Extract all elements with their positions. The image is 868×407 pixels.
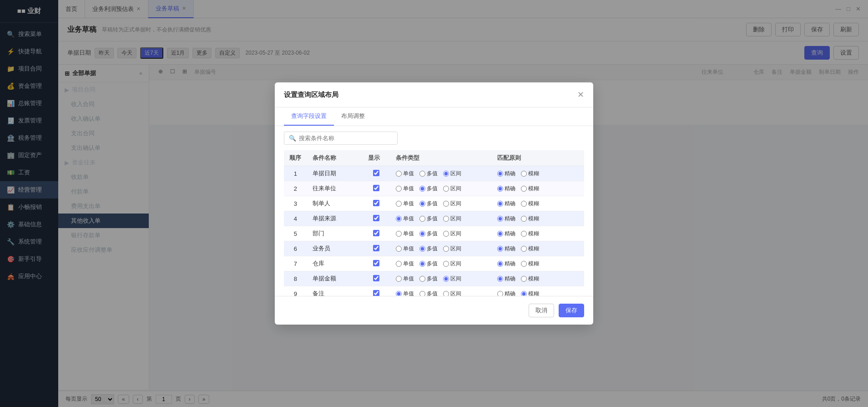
- type-radio-区间[interactable]: 区间: [443, 245, 461, 253]
- type-radio-多值[interactable]: 多值: [419, 260, 438, 268]
- match-radio-精确[interactable]: 精确: [497, 170, 515, 178]
- cell-show: [363, 271, 390, 286]
- type-radio-区间[interactable]: 区间: [443, 215, 461, 223]
- type-radio-区间[interactable]: 区间: [443, 185, 461, 193]
- modal-search: 🔍: [275, 126, 593, 150]
- type-radio-单值[interactable]: 单值: [396, 230, 414, 238]
- match-radio-group: 精确模糊: [497, 260, 579, 268]
- table-row: 1单据日期单值多值区间精确模糊: [284, 166, 584, 181]
- type-radio-多值[interactable]: 多值: [419, 170, 438, 178]
- show-checkbox-8[interactable]: [373, 275, 379, 281]
- match-radio-精确[interactable]: 精确: [497, 245, 515, 253]
- table-scroll[interactable]: 顺序 条件名称 显示 条件类型 匹配原则 1单据日期单值多值区间精确模糊2往来单…: [284, 150, 584, 296]
- cell-name: 部门: [307, 226, 363, 241]
- type-radio-单值[interactable]: 单值: [396, 185, 414, 193]
- match-radio-模糊[interactable]: 模糊: [521, 230, 539, 238]
- type-radio-单值[interactable]: 单值: [396, 170, 414, 178]
- match-radio-精确[interactable]: 精确: [497, 215, 515, 223]
- cell-match: 精确模糊: [492, 226, 584, 241]
- match-radio-精确[interactable]: 精确: [497, 290, 515, 296]
- type-radio-单值[interactable]: 单值: [396, 215, 414, 223]
- cell-type: 单值多值区间: [390, 226, 492, 241]
- match-radio-精确[interactable]: 精确: [497, 200, 515, 208]
- th-show: 显示: [363, 150, 390, 166]
- modal-title: 设置查询区域布局: [284, 91, 338, 99]
- table-head: 顺序 条件名称 显示 条件类型 匹配原则: [284, 150, 584, 166]
- modal-tab-field-settings[interactable]: 查询字段设置: [284, 107, 334, 126]
- type-radio-区间[interactable]: 区间: [443, 170, 461, 178]
- table-header-row: 顺序 条件名称 显示 条件类型 匹配原则: [284, 150, 584, 166]
- cell-show: [363, 181, 390, 196]
- match-radio-模糊[interactable]: 模糊: [521, 245, 539, 253]
- match-radio-group: 精确模糊: [497, 170, 579, 178]
- type-radio-group: 单值多值区间: [396, 245, 486, 253]
- cell-match: 精确模糊: [492, 181, 584, 196]
- match-radio-模糊[interactable]: 模糊: [521, 215, 539, 223]
- cell-show: [363, 166, 390, 181]
- type-radio-区间[interactable]: 区间: [443, 290, 461, 296]
- show-checkbox-4[interactable]: [373, 215, 379, 221]
- cell-type: 单值多值区间: [390, 166, 492, 181]
- cell-match: 精确模糊: [492, 196, 584, 211]
- cell-name: 备注: [307, 286, 363, 296]
- modal-tab-layout-adjust[interactable]: 布局调整: [334, 107, 372, 126]
- cell-name: 业务员: [307, 241, 363, 256]
- cell-type: 单值多值区间: [390, 286, 492, 296]
- type-radio-多值[interactable]: 多值: [419, 200, 438, 208]
- type-radio-多值[interactable]: 多值: [419, 215, 438, 223]
- cell-match: 精确模糊: [492, 241, 584, 256]
- match-radio-精确[interactable]: 精确: [497, 275, 515, 283]
- type-radio-多值[interactable]: 多值: [419, 290, 438, 296]
- type-radio-group: 单值多值区间: [396, 200, 486, 208]
- match-radio-模糊[interactable]: 模糊: [521, 290, 539, 296]
- type-radio-单值[interactable]: 单值: [396, 275, 414, 283]
- th-seq: 顺序: [284, 150, 307, 166]
- match-radio-模糊[interactable]: 模糊: [521, 185, 539, 193]
- match-radio-模糊[interactable]: 模糊: [521, 200, 539, 208]
- match-radio-精确[interactable]: 精确: [497, 230, 515, 238]
- th-name: 条件名称: [307, 150, 363, 166]
- show-checkbox-3[interactable]: [373, 200, 379, 206]
- search-input[interactable]: [299, 135, 393, 142]
- cell-type: 单值多值区间: [390, 181, 492, 196]
- show-checkbox-6[interactable]: [373, 245, 379, 251]
- cell-name: 单据日期: [307, 166, 363, 181]
- match-radio-精确[interactable]: 精确: [497, 260, 515, 268]
- type-radio-区间[interactable]: 区间: [443, 200, 461, 208]
- type-radio-单值[interactable]: 单值: [396, 245, 414, 253]
- cell-match: 精确模糊: [492, 166, 584, 181]
- type-radio-区间[interactable]: 区间: [443, 275, 461, 283]
- match-radio-group: 精确模糊: [497, 290, 579, 296]
- cell-match: 精确模糊: [492, 271, 584, 286]
- match-radio-模糊[interactable]: 模糊: [521, 260, 539, 268]
- show-checkbox-2[interactable]: [373, 185, 379, 191]
- modal-dialog: 设置查询区域布局 ✕ 查询字段设置 布局调整 🔍: [275, 82, 593, 325]
- match-radio-精确[interactable]: 精确: [497, 185, 515, 193]
- type-radio-多值[interactable]: 多值: [419, 245, 438, 253]
- show-checkbox-5[interactable]: [373, 230, 379, 236]
- cell-name: 单据来源: [307, 211, 363, 226]
- modal-header: 设置查询区域布局 ✕: [275, 82, 593, 107]
- cell-seq: 3: [284, 196, 307, 211]
- show-checkbox-9[interactable]: [373, 290, 379, 296]
- match-radio-模糊[interactable]: 模糊: [521, 275, 539, 283]
- type-radio-多值[interactable]: 多值: [419, 230, 438, 238]
- type-radio-区间[interactable]: 区间: [443, 230, 461, 238]
- show-checkbox-7[interactable]: [373, 260, 379, 266]
- cancel-button[interactable]: 取消: [529, 304, 554, 317]
- type-radio-多值[interactable]: 多值: [419, 185, 438, 193]
- type-radio-多值[interactable]: 多值: [419, 275, 438, 283]
- show-checkbox-1[interactable]: [373, 170, 379, 176]
- cell-seq: 8: [284, 271, 307, 286]
- type-radio-单值[interactable]: 单值: [396, 260, 414, 268]
- match-radio-模糊[interactable]: 模糊: [521, 170, 539, 178]
- modal-save-button[interactable]: 保存: [559, 304, 584, 317]
- type-radio-单值[interactable]: 单值: [396, 200, 414, 208]
- cell-seq: 6: [284, 241, 307, 256]
- modal-close-button[interactable]: ✕: [577, 90, 584, 100]
- modal-overlay: 设置查询区域布局 ✕ 查询字段设置 布局调整 🔍: [0, 0, 868, 407]
- match-radio-group: 精确模糊: [497, 200, 579, 208]
- type-radio-group: 单值多值区间: [396, 170, 486, 178]
- type-radio-区间[interactable]: 区间: [443, 260, 461, 268]
- type-radio-单值[interactable]: 单值: [396, 290, 414, 296]
